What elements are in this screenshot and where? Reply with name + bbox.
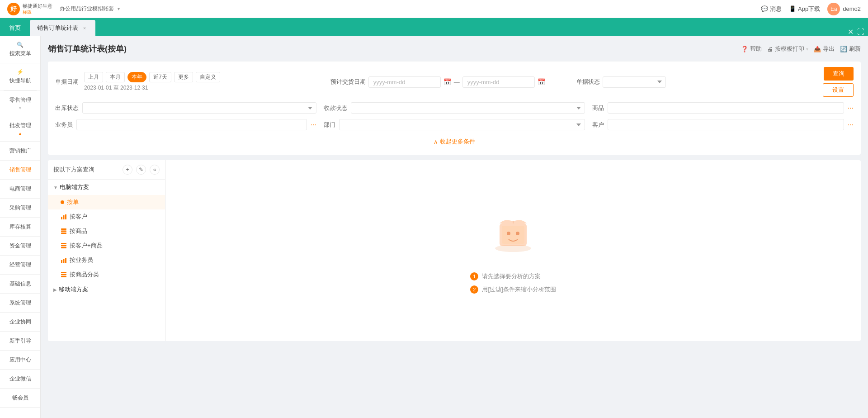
expected-date-label: 预计交货日期	[330, 78, 366, 86]
svg-rect-8	[61, 247, 66, 248]
salesman-more-btn[interactable]: ···	[311, 121, 316, 128]
scheme-group-mobile-header[interactable]: ▶ 移动端方案	[48, 282, 165, 297]
tab-home[interactable]: 首页	[2, 20, 28, 36]
download-icon: 📱	[789, 5, 796, 12]
sidebar-item-operations[interactable]: 经营管理	[0, 256, 40, 275]
refresh-btn[interactable]: 🔄 刷新	[840, 45, 861, 53]
salesman-label: 业务员	[55, 121, 73, 129]
dept-select[interactable]	[339, 119, 585, 130]
sidebar-item-system[interactable]: 系统管理	[0, 294, 40, 313]
top-bar-right: 💬 消息 📱 App下载 Ea demo2	[761, 3, 861, 15]
sidebar-item-sales[interactable]: 销售管理	[0, 161, 40, 180]
svg-rect-11	[65, 258, 66, 263]
date-btn-this-year[interactable]: 本年	[127, 72, 146, 82]
table2-icon	[61, 242, 67, 249]
date-btn-more[interactable]: 更多	[174, 72, 193, 82]
scheme-collapse-btn[interactable]: «	[150, 165, 160, 175]
sidebar-item-inventory[interactable]: 库存核算	[0, 218, 40, 237]
calendar-icon-1[interactable]: 📅	[443, 78, 451, 86]
sidebar-item-enterprise[interactable]: 企业协同	[0, 313, 40, 332]
tab-sales-order-stats[interactable]: 销售订单统计表 ×	[30, 20, 95, 36]
salesman-group: 业务员 ···	[55, 119, 316, 130]
page-actions: ❓ 帮助 🖨 按模板打印 ▾ 📤 导出 🔄	[741, 45, 861, 53]
message-icon: 💬	[761, 5, 768, 12]
settings-btn[interactable]: 设置	[823, 83, 854, 97]
salesman-input[interactable]	[76, 119, 307, 130]
scheme-item-by-goods[interactable]: 按商品	[48, 224, 165, 238]
collapse-bar[interactable]: ∧ 收起更多条件	[55, 134, 854, 149]
content-area: 销售订单统计表(按单) ❓ 帮助 🖨 按模板打印 ▾ 📤	[41, 36, 868, 418]
order-status-select[interactable]	[603, 76, 666, 88]
sidebar-quick-nav[interactable]: ⚡ 快捷导航	[0, 63, 40, 90]
svg-rect-6	[61, 243, 66, 244]
order-status-group: 单据状态	[576, 76, 817, 88]
chart-icon	[61, 214, 67, 220]
export-btn[interactable]: 📤 导出	[814, 45, 835, 53]
payment-status-group: 收款状态	[324, 102, 585, 114]
user-avatar[interactable]: Ea demo2	[827, 3, 861, 15]
sidebar-item-member[interactable]: 畅会员	[0, 389, 40, 408]
collapse-up-icon: ∧	[434, 138, 438, 145]
expected-date-start[interactable]	[368, 76, 441, 88]
help-icon: ❓	[741, 46, 748, 52]
date-btn-last-month[interactable]: 上月	[84, 72, 103, 82]
scheme-item-by-customer-goods[interactable]: 按客户+商品	[48, 238, 165, 253]
goods-group: 商品 ···	[592, 102, 854, 114]
payment-status-label: 收款状态	[324, 104, 347, 112]
print-dropdown-icon[interactable]: ▾	[806, 47, 808, 52]
help-btn[interactable]: ❓ 帮助	[741, 45, 762, 53]
tip-num-2: 2	[470, 285, 478, 294]
sidebar-item-basic[interactable]: 基础信息	[0, 275, 40, 294]
tab-window-close-btn[interactable]: ✕	[848, 28, 854, 36]
table-icon	[61, 228, 67, 234]
app-dropdown-icon[interactable]: ▾	[118, 6, 120, 11]
customer-group: 客户 ···	[592, 119, 854, 130]
expected-date-end[interactable]	[462, 76, 535, 88]
query-btn[interactable]: 查询	[824, 67, 854, 81]
tab-bar-right: ✕ ⛶	[848, 28, 868, 36]
calendar-icon-2[interactable]: 📅	[538, 78, 545, 86]
sidebar-search[interactable]: 🔍 搜索菜单	[0, 36, 40, 63]
sidebar-item-app-center[interactable]: 应用中心	[0, 351, 40, 370]
print-btn[interactable]: 🖨 按模板打印 ▾	[767, 45, 808, 53]
goods-input[interactable]	[608, 102, 844, 114]
payment-status-select[interactable]	[351, 102, 585, 114]
sidebar-item-ecommerce[interactable]: 电商管理	[0, 180, 40, 199]
scheme-item-by-salesman[interactable]: 按业务员	[48, 253, 165, 267]
scheme-group-mobile: ▶ 移动端方案	[48, 282, 165, 297]
app-name: 办公用品行业模拟账套	[60, 5, 114, 13]
sidebar-item-wholesale[interactable]: 批发管理 ▲	[0, 116, 40, 142]
date-btn-custom[interactable]: 自定义	[196, 72, 220, 82]
sidebar: 🔍 搜索菜单 ⚡ 快捷导航 零售管理 ▼ 批发管理 ▲ 营销推广 销售管理 电商…	[0, 36, 41, 418]
date-btn-7days[interactable]: 近7天	[149, 72, 171, 82]
delivery-status-select[interactable]	[82, 102, 316, 114]
app-download-btn[interactable]: 📱 App下载	[789, 5, 820, 13]
sidebar-item-retail[interactable]: 零售管理 ▼	[0, 91, 40, 116]
date-btn-this-month[interactable]: 本月	[106, 72, 125, 82]
scheme-group-pc-header[interactable]: ▼ 电脑端方案	[48, 180, 165, 195]
sidebar-item-wechat[interactable]: 企业微信	[0, 370, 40, 389]
customer-input[interactable]	[608, 119, 844, 130]
scheme-add-btn[interactable]: +	[123, 165, 132, 175]
scheme-item-by-category[interactable]: 按商品分类	[48, 267, 165, 282]
empty-illustration	[486, 205, 540, 261]
scheme-edit-btn[interactable]: ✎	[136, 165, 146, 175]
sidebar-item-finance[interactable]: 资金管理	[0, 237, 40, 256]
refresh-icon: 🔄	[840, 46, 847, 52]
export-icon: 📤	[814, 46, 821, 52]
scheme-item-by-customer[interactable]: 按客户	[48, 209, 165, 224]
message-btn[interactable]: 💬 消息	[761, 5, 782, 13]
tab-close-btn[interactable]: ×	[81, 24, 88, 32]
sidebar-item-newbie[interactable]: 新手引导	[0, 332, 40, 351]
filter-row-3: 业务员 ··· 部门 客户 ···	[55, 119, 854, 130]
svg-point-18	[507, 232, 510, 235]
svg-rect-13	[61, 274, 66, 276]
goods-more-btn[interactable]: ···	[848, 104, 854, 112]
sidebar-item-purchase[interactable]: 采购管理	[0, 199, 40, 218]
result-area: 1 请先选择要分析的方案 2 用[过滤]条件来缩小分析范围	[165, 160, 861, 341]
scheme-item-by-order[interactable]: 按单	[48, 195, 165, 209]
customer-more-btn[interactable]: ···	[848, 121, 854, 128]
sidebar-item-marketing[interactable]: 营销推广	[0, 142, 40, 161]
scheme-group-pc-title: 电脑端方案	[60, 183, 89, 191]
tab-expand-btn[interactable]: ⛶	[857, 28, 864, 36]
